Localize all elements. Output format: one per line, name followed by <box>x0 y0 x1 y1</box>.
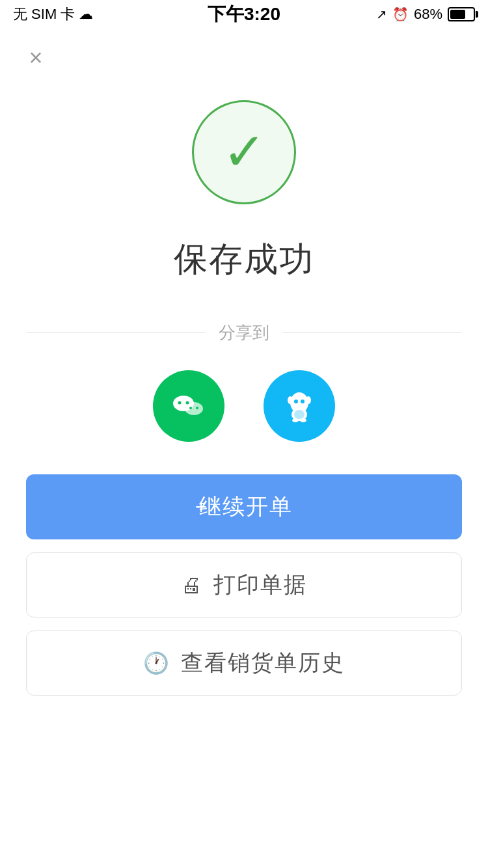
continue-order-button[interactable]: + 继续开单 <box>26 474 462 539</box>
close-icon: × <box>29 46 42 70</box>
clock-icon: 🕐 <box>143 651 170 675</box>
print-button[interactable]: 🖨 打印单据 <box>26 552 462 617</box>
continue-order-label: 继续开单 <box>199 492 293 522</box>
svg-point-9 <box>306 396 311 404</box>
share-divider: 分享到 <box>26 321 462 344</box>
close-button[interactable]: × <box>20 42 52 74</box>
print-label: 打印单据 <box>213 570 307 600</box>
history-button[interactable]: 🕐 查看销货单历史 <box>26 631 462 696</box>
success-circle: ✓ <box>192 100 296 204</box>
wechat-share-button[interactable] <box>153 370 224 442</box>
battery-icon <box>448 7 475 21</box>
no-sim-label: 无 SIM 卡 ☁ <box>13 5 93 24</box>
qq-share-button[interactable] <box>264 370 335 442</box>
main-content: × ✓ 保存成功 分享到 <box>0 29 488 868</box>
svg-point-8 <box>288 396 293 404</box>
status-time: 下午3:20 <box>208 2 280 27</box>
share-icons <box>26 370 462 442</box>
share-label: 分享到 <box>219 321 269 344</box>
status-right: ↗ ⏰ 68% <box>376 6 475 23</box>
location-icon: ↗ <box>376 7 387 22</box>
svg-point-3 <box>186 401 189 405</box>
success-title: 保存成功 <box>174 237 314 282</box>
checkmark-icon: ✓ <box>223 126 266 178</box>
wechat-icon <box>169 387 208 426</box>
status-left: 无 SIM 卡 ☁ <box>13 5 93 24</box>
status-bar: 无 SIM 卡 ☁ 下午3:20 ↗ ⏰ 68% <box>0 0 488 29</box>
battery-fill <box>450 10 465 19</box>
battery-percentage: 68% <box>414 6 442 23</box>
history-label: 查看销货单历史 <box>181 648 345 678</box>
svg-point-14 <box>300 418 306 422</box>
svg-point-2 <box>178 401 182 405</box>
svg-point-11 <box>301 400 305 403</box>
share-section: 分享到 <box>26 321 462 442</box>
alarm-icon: ⏰ <box>392 7 409 22</box>
svg-point-10 <box>294 400 298 403</box>
qq-icon <box>280 387 318 425</box>
svg-point-4 <box>189 407 192 409</box>
printer-icon: 🖨 <box>181 573 203 597</box>
svg-point-5 <box>196 407 198 409</box>
svg-point-12 <box>294 410 305 419</box>
svg-point-13 <box>292 418 299 422</box>
action-buttons: + 继续开单 🖨 打印单据 🕐 查看销货单历史 <box>26 474 462 696</box>
